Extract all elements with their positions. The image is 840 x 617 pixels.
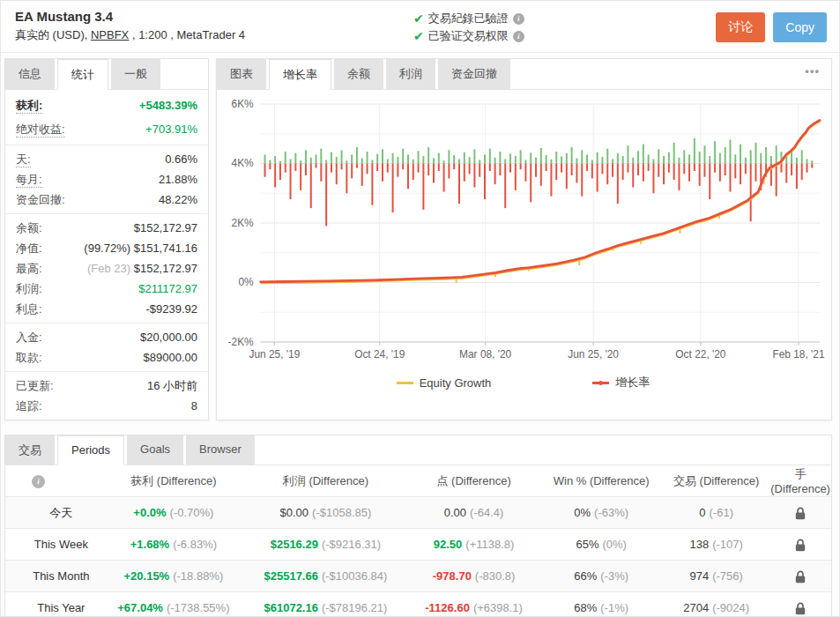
stat-row: 每月:21.88%	[16, 169, 197, 190]
periods-tab-1[interactable]: Periods	[57, 435, 124, 465]
stat-value: 8	[191, 396, 197, 416]
svg-text:4K%: 4K%	[232, 157, 254, 169]
svg-text:6K%: 6K%	[232, 98, 254, 110]
info-icon[interactable]: i	[32, 475, 45, 488]
period-value-cell: 68%(-1%)	[539, 592, 663, 617]
sidebar-tab-1[interactable]: 统计	[57, 59, 108, 90]
stat-row: 余额:$152,172.97	[16, 218, 197, 238]
badge-label: 已验证交易权限	[428, 28, 509, 44]
stat-row: 获利:+5483.39%	[16, 93, 197, 117]
stat-value: 21.88%	[159, 169, 197, 190]
period-value-cell: +0.0%(-0.70%)	[104, 497, 243, 529]
growth-chart-panel: 图表增长率余额利润资金回撤 ••• 6K%4K%2K%0%-2K%Jun 25,…	[216, 58, 832, 420]
legend-growth-rate[interactable]: 增长率	[592, 375, 650, 390]
broker-link[interactable]: NPBFX	[91, 28, 129, 41]
stats-list: 获利:+5483.39%绝对收益:+703.91%天:0.66%每月:21.88…	[5, 90, 208, 420]
stat-label: 取款:	[16, 347, 42, 368]
sidebar-tabs: 信息统计一般	[5, 59, 208, 90]
growth-chart-canvas[interactable]: 6K%4K%2K%0%-2K%Jun 25, '19Oct 24, '19Mar…	[219, 92, 828, 367]
periods-row: This Month+20.15%(-18.88%)$25517.66(-$10…	[5, 561, 831, 592]
chart-tab-4[interactable]: 资金回撤	[438, 59, 510, 89]
chart-legend: Equity Growth 增长率	[219, 369, 828, 401]
copy-button[interactable]: Copy	[773, 12, 827, 42]
period-value-cell: $2516.29(-$9216.31)	[243, 529, 408, 561]
periods-column-header: 点 (Difference)	[408, 465, 539, 497]
stat-label: 利息:	[16, 299, 42, 319]
stat-row: 天:0.66%	[16, 149, 197, 169]
locked-value-cell	[769, 561, 831, 592]
chart-tabs: 图表增长率余额利润资金回撤	[217, 59, 831, 90]
stat-row: 最高:(Feb 23) $152,172.97	[16, 258, 197, 279]
stat-row: 取款:$89000.00	[16, 347, 197, 368]
account-type: 真实的 (USD),	[15, 28, 91, 41]
svg-text:-2K%: -2K%	[228, 336, 254, 348]
stat-row: 利润:$211172.97	[16, 279, 197, 299]
svg-text:Oct 24, '19: Oct 24, '19	[354, 348, 405, 361]
periods-column-header: 手 (Difference)	[769, 465, 831, 497]
stat-label: 余额:	[16, 218, 42, 238]
chart-tab-3[interactable]: 利润	[386, 59, 435, 89]
period-value-cell: 0(-61)	[663, 497, 769, 529]
info-icon[interactable]: i	[513, 13, 524, 25]
svg-text:Jun 25, '20: Jun 25, '20	[568, 348, 619, 361]
stat-label: 最高:	[16, 258, 42, 279]
account-identity: EA Mustang 3.4 真实的 (USD), NPBFX , 1:200 …	[15, 9, 413, 43]
stats-sidebar: 信息统计一般 获利:+5483.39%绝对收益:+703.91%天:0.66%每…	[4, 58, 209, 420]
stat-label: 绝对收益:	[16, 122, 65, 138]
locked-value-cell	[769, 497, 831, 529]
equity-growth-swatch-icon	[397, 382, 413, 384]
periods-row: This Year+67.04%(-1738.55%)$61072.16(-$7…	[5, 592, 831, 617]
locked-value-cell	[769, 529, 831, 561]
account-subtitle: 真实的 (USD), NPBFX , 1:200 , MetaTrader 4	[15, 27, 413, 43]
chart-tab-1[interactable]: 增长率	[269, 59, 331, 90]
stat-label: 追踪:	[16, 396, 42, 416]
stat-value: $20,000.00	[140, 327, 197, 347]
period-label: This Month	[5, 561, 104, 592]
svg-text:2K%: 2K%	[232, 217, 254, 229]
trading-privileges-badge: ✔ 已验证交易权限 i	[413, 27, 524, 45]
stat-label: 已更新:	[16, 375, 54, 396]
info-icon[interactable]: i	[513, 31, 524, 42]
sidebar-tab-2[interactable]: 一般	[111, 59, 160, 89]
track-record-badge: ✔ 交易紀錄已驗證 i	[413, 10, 524, 27]
periods-table: i获利 (Difference)利润 (Difference)点 (Differ…	[5, 465, 831, 617]
header-actions: 讨论 Copy	[716, 9, 827, 42]
legend-equity-growth[interactable]: Equity Growth	[397, 375, 492, 390]
period-label: 今天	[5, 497, 104, 529]
stat-value: +5483.39%	[139, 93, 197, 117]
periods-tab-2[interactable]: Goals	[127, 435, 183, 465]
period-value-cell: 2704(-9024)	[663, 592, 769, 617]
check-icon: ✔	[413, 30, 424, 42]
svg-text:Jun 25, '19: Jun 25, '19	[249, 348, 301, 361]
chart-tab-0[interactable]: 图表	[217, 59, 266, 89]
periods-column-header: Win % (Difference)	[539, 465, 663, 497]
stat-row: 入金:$20,000.00	[16, 327, 197, 347]
chart-tab-2[interactable]: 余额	[334, 59, 383, 89]
stat-label: 获利:	[16, 98, 42, 114]
sidebar-tab-0[interactable]: 信息	[5, 59, 55, 89]
period-value-cell: +67.04%(-1738.55%)	[104, 592, 243, 617]
stat-row: 绝对收益:+703.91%	[16, 117, 197, 141]
stat-value: -$9239.92	[145, 299, 197, 319]
badge-label: 交易紀錄已驗證	[428, 11, 509, 26]
periods-tab-3[interactable]: Browser	[186, 435, 255, 465]
periods-tab-0[interactable]: 交易	[5, 435, 55, 465]
periods-row: This Week+1.68%(-6.83%)$2516.29(-$9216.3…	[5, 529, 831, 561]
account-meta: , 1:200 , MetaTrader 4	[129, 28, 245, 41]
stat-row: 追踪:8	[16, 396, 197, 416]
period-value-cell: 138(-107)	[663, 529, 769, 561]
stat-label: 天:	[16, 152, 31, 167]
discuss-button[interactable]: 讨论	[716, 12, 765, 42]
period-value-cell: 974(-756)	[663, 561, 769, 592]
growth-rate-swatch-icon	[592, 382, 609, 384]
period-value-cell: +20.15%(-18.88%)	[104, 561, 243, 592]
stat-value: 0.66%	[165, 149, 197, 169]
stat-row: 资金回撤:48.22%	[16, 190, 197, 210]
stat-row: 已更新:16 小时前	[16, 375, 197, 396]
periods-column-header: 获利 (Difference)	[104, 465, 243, 497]
svg-text:Oct 22, '20: Oct 22, '20	[675, 348, 725, 361]
lock-icon	[795, 539, 806, 552]
panel-menu-icon[interactable]: •••	[805, 64, 820, 78]
period-value-cell: -978.70(-830.8)	[408, 561, 539, 592]
periods-column-header: 交易 (Difference)	[663, 465, 769, 497]
